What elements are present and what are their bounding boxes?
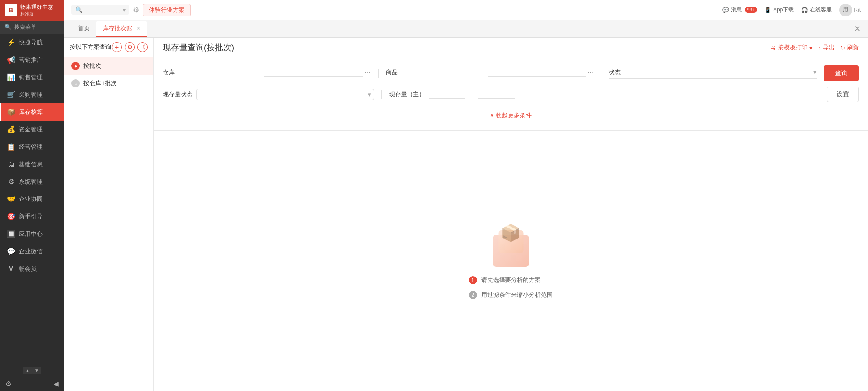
settings-btn[interactable]: 设置 (827, 87, 859, 102)
refresh-btn[interactable]: ↻ 刷新 (840, 43, 859, 52)
app-download-btn[interactable]: 📱 App下载 (764, 6, 794, 14)
print-dropdown-icon[interactable]: ▾ (809, 44, 813, 51)
sidebar-item-inventory[interactable]: 📦 库存核算 (0, 103, 64, 121)
basic-icon: 🗂 (7, 160, 15, 168)
headset-icon: 🎧 (801, 7, 808, 13)
filter-row-2: 现存量状态 ▾ 现存量（主） — (163, 87, 859, 102)
sidebar-brand: 畅康通好生意 标准版 (20, 4, 53, 17)
sidebar-item-sales[interactable]: 📊 销售管理 (0, 69, 64, 86)
topbar-dropdown-icon[interactable]: ▾ (123, 7, 126, 13)
collapse-conditions-btn[interactable]: ∧ 收起更多条件 (163, 108, 859, 123)
warehouse-dots-btn[interactable]: ··· (364, 68, 370, 76)
sales-icon: 📊 (7, 73, 15, 81)
page-title: 现存量查询(按批次) (163, 42, 234, 53)
sidebar-item-system[interactable]: ⚙ 系统管理 (0, 173, 64, 190)
scroll-up-button[interactable]: ▲ (23, 367, 32, 374)
scheme-header-actions: + ⚙ 《 (112, 42, 148, 52)
status-arrow-icon[interactable]: ▾ (813, 69, 817, 76)
warehouse-field-label: 仓库 (163, 68, 261, 76)
panel-close-btn[interactable]: ✕ (854, 24, 861, 34)
warehouse-input-wrap: 仓库 ··· (163, 68, 371, 79)
messages-btn[interactable]: 💬 消息 99+ (722, 6, 757, 14)
query-btn[interactable]: 查询 (824, 65, 859, 81)
sidebar-item-wechat[interactable]: 💬 企业微信 (0, 243, 64, 260)
status-filter: 状态 ▾ (609, 68, 817, 79)
product-input[interactable] (488, 68, 586, 77)
purchase-icon: 🛒 (7, 91, 15, 99)
main-area: 🔍 ▾ ⚙ 体验行业方案 💬 消息 99+ 📱 App下载 🎧 在线客服 (64, 0, 868, 391)
filter-panel: 仓库 ··· 商品 ··· (154, 58, 868, 131)
scheme-add-btn[interactable]: + (112, 42, 122, 52)
topbar-settings-icon[interactable]: ⚙ (133, 5, 139, 14)
collapse-up-icon: ∧ (490, 112, 494, 119)
topbar-search-box[interactable]: 🔍 ▾ (71, 5, 129, 15)
page-header: 现存量查询(按批次) 🖨 按模板打印 ▾ ↑ 导出 ↻ 刷新 (154, 38, 868, 58)
sidebar-item-shortcut[interactable]: ⚡ 快捷导航 (0, 34, 64, 51)
scheme-item-by-warehouse-batch[interactable]: ○ 按仓库+批次 (64, 75, 153, 92)
sidebar-item-member[interactable]: V 畅会员 (0, 260, 64, 277)
product-field-label: 商品 (386, 68, 484, 76)
sidebar-item-finance[interactable]: 💰 资金管理 (0, 121, 64, 138)
sidebar-search[interactable]: 🔍 搜索菜单 (0, 21, 64, 34)
user-name-placeholder: Rit (854, 7, 861, 13)
sidebar-item-purchase[interactable]: 🛒 采购管理 (0, 86, 64, 103)
topbar-search-input[interactable] (84, 7, 121, 13)
stock-qty-max-input[interactable] (478, 90, 515, 99)
experience-btn[interactable]: 体验行业方案 (143, 4, 191, 16)
stock-status-select-wrap: ▾ (196, 89, 374, 100)
stock-qty-filter: 现存量（主） — (389, 90, 600, 99)
tabbar: 首页 库存批次账 × ✕ (64, 20, 868, 38)
scheme-active-icon: ● (71, 62, 80, 70)
sidebar-settings-button[interactable]: ⚙ (5, 380, 11, 387)
product-input-wrap: 商品 ··· (386, 68, 594, 79)
sidebar-item-marketing[interactable]: 📢 营销推广 (0, 51, 64, 69)
sidebar-item-basic[interactable]: 🗂 基础信息 (0, 156, 64, 173)
user-avatar-btn[interactable]: 用 Rit (839, 4, 861, 16)
scroll-down-button[interactable]: ▼ (32, 367, 41, 374)
newbie-icon: 🎯 (7, 212, 15, 221)
topbar-left: 🔍 ▾ ⚙ 体验行业方案 (71, 4, 718, 16)
marketing-icon: 📢 (7, 56, 15, 64)
tab-home[interactable]: 首页 (71, 21, 96, 37)
warehouse-input[interactable] (264, 68, 363, 77)
inventory-icon: 📦 (7, 108, 15, 116)
sidebar-item-operations[interactable]: 📋 经营管理 (0, 138, 64, 156)
sidebar-header: B 畅康通好生意 标准版 (0, 0, 64, 21)
filter-divider-2 (601, 69, 601, 78)
empty-illustration: 📦 (483, 221, 538, 267)
online-service-btn[interactable]: 🎧 在线客服 (801, 6, 832, 14)
stock-status-select[interactable] (196, 89, 374, 100)
sidebar-collapse-button[interactable]: ◀ (54, 380, 59, 387)
stock-status-filter: 现存量状态 ▾ (163, 89, 374, 100)
sidebar-scroll-buttons: ▲ ▼ (0, 365, 64, 376)
tip-num-1: 1 (469, 276, 477, 284)
scheme-title: 按以下方案查询 (70, 43, 111, 51)
sidebar-item-newbie[interactable]: 🎯 新手引导 (0, 208, 64, 225)
stock-qty-dash: — (469, 91, 475, 98)
warehouse-filter: 仓库 ··· (163, 68, 371, 79)
sidebar: B 畅康通好生意 标准版 🔍 搜索菜单 ⚡ 快捷导航 📢 营销推广 📊 销售管理… (0, 0, 64, 391)
refresh-icon: ↻ (840, 44, 845, 51)
page-header-actions: 🖨 按模板打印 ▾ ↑ 导出 ↻ 刷新 (770, 43, 859, 52)
download-icon: 📱 (764, 7, 771, 13)
scheme-settings-btn[interactable]: ⚙ (125, 42, 135, 52)
empty-tips: 1 请先选择要分析的方案 2 用过滤条件来缩小分析范围 (469, 274, 553, 301)
export-btn[interactable]: ↑ 导出 (818, 43, 835, 52)
scheme-collapse-btn[interactable]: 《 (137, 42, 148, 52)
tip-num-2: 2 (469, 291, 477, 299)
sidebar-item-collab[interactable]: 🤝 企业协同 (0, 190, 64, 208)
stock-qty-label: 现存量（主） (389, 90, 425, 98)
sidebar-logo: B (5, 4, 17, 16)
empty-state: 📦 1 请先选择要分析的方案 2 用过滤条件来缩小分析范围 (154, 131, 868, 391)
stock-qty-min-input[interactable] (429, 90, 465, 99)
product-dots-btn[interactable]: ··· (588, 68, 593, 76)
tab-close-btn[interactable]: × (137, 25, 140, 32)
operations-icon: 📋 (7, 143, 15, 151)
print-btn[interactable]: 🖨 按模板打印 ▾ (770, 43, 813, 52)
sidebar-item-appstore[interactable]: 🔲 应用中心 (0, 225, 64, 243)
member-icon: V (7, 265, 15, 272)
avatar: 用 (839, 4, 852, 16)
tab-inventory-batch[interactable]: 库存批次账 × (96, 21, 147, 37)
topbar-search-icon: 🔍 (75, 6, 82, 13)
scheme-item-by-batch[interactable]: ● 按批次 (64, 57, 153, 75)
